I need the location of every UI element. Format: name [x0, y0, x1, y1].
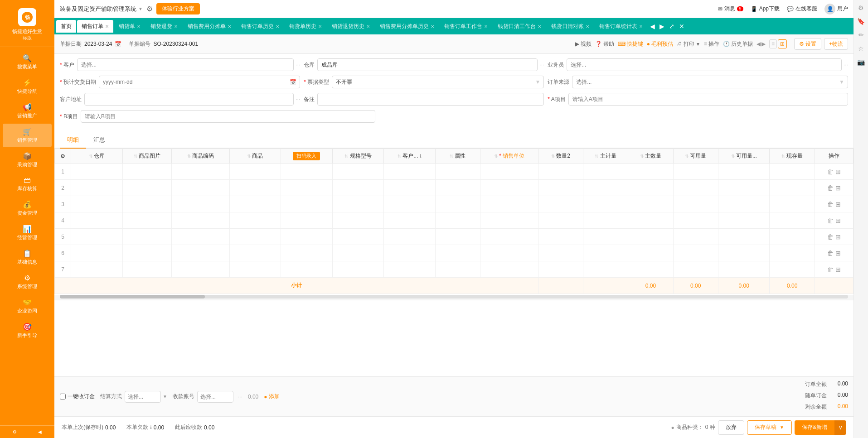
cell-product-code-2[interactable]: [171, 180, 229, 196]
cell-customer-attr-5[interactable]: [384, 229, 436, 245]
cell-main-qty-6[interactable]: [628, 245, 673, 261]
cell-warehouse-1[interactable]: [71, 164, 123, 180]
b-project-input[interactable]: [81, 110, 375, 123]
prev-record-btn[interactable]: ◀: [756, 41, 761, 47]
one-click-checkout-label[interactable]: 一键收订金: [60, 393, 95, 400]
warehouse-input[interactable]: [317, 58, 538, 71]
ticket-type-dropdown-icon[interactable]: ▼: [535, 79, 540, 85]
copy-btn[interactable]: ⊞: [835, 217, 841, 224]
cell-spec-3[interactable]: [332, 196, 384, 212]
cell-warehouse-2[interactable]: [71, 180, 123, 196]
cell-product-3[interactable]: [229, 196, 281, 212]
th-spec[interactable]: ⇅ 规格型号: [332, 149, 384, 164]
tab-expand-btn[interactable]: ⤢: [667, 22, 676, 31]
ticket-type-input[interactable]: [332, 76, 544, 88]
list-view-btn[interactable]: ≡: [769, 39, 777, 48]
cell-available2-6[interactable]: [718, 245, 770, 261]
tab-sales-credit-history[interactable]: 销货单历史 ✕: [285, 20, 326, 33]
cell-customer-attr-6[interactable]: [384, 245, 436, 261]
th-available[interactable]: ⇅ 可用量: [673, 149, 718, 164]
tab-home[interactable]: 首页: [56, 20, 76, 33]
sidebar-item-search[interactable]: 🔍 搜索菜单: [3, 50, 52, 74]
cell-main-unit-6[interactable]: [583, 245, 628, 261]
cell-main-qty-3[interactable]: [628, 196, 673, 212]
tab-close-icon[interactable]: ✕: [174, 24, 178, 29]
cell-main-qty-1[interactable]: [628, 164, 673, 180]
cell-qty2-2[interactable]: [538, 180, 583, 196]
right-settings-btn[interactable]: ⚙: [855, 2, 867, 14]
cell-product-img-4[interactable]: [122, 212, 171, 229]
cell-main-qty-7[interactable]: [628, 261, 673, 278]
cell-product-code-3[interactable]: [171, 196, 229, 212]
delete-btn[interactable]: 🗑: [827, 217, 834, 224]
cell-main-unit-7[interactable]: [583, 261, 628, 278]
discard-btn[interactable]: 放弃: [718, 420, 744, 435]
cell-available-6[interactable]: [673, 245, 718, 261]
cell-unit-1[interactable]: [480, 164, 538, 180]
sidebar-item-sales[interactable]: 🛒 销售管理: [3, 124, 52, 147]
cell-scan-7[interactable]: [281, 261, 333, 278]
right-scan-btn[interactable]: 📷: [855, 56, 867, 68]
scrollbar-track[interactable]: [60, 295, 848, 298]
save-new-arrow-btn[interactable]: ∨: [834, 420, 846, 435]
cell-product-img-5[interactable]: [122, 229, 171, 245]
operation-btn[interactable]: ≡ 操作: [704, 40, 719, 48]
profit-btn[interactable]: ● 毛利预估: [647, 40, 673, 48]
cell-stock-4[interactable]: [770, 212, 815, 229]
cell-attribute-3[interactable]: [435, 196, 480, 212]
cell-customer-attr-3[interactable]: [384, 196, 436, 212]
cell-unit-2[interactable]: [480, 180, 538, 196]
tab-sales-order-workbench[interactable]: 销售订单工作台 ✕: [440, 20, 492, 33]
settings-icon[interactable]: ⚙: [146, 5, 153, 13]
delete-btn[interactable]: 🗑: [827, 233, 834, 241]
cell-main-qty-5[interactable]: [628, 229, 673, 245]
th-gear[interactable]: ⚙: [55, 149, 71, 164]
online-service-btn[interactable]: 💬 在线客服: [787, 5, 817, 13]
right-star-btn[interactable]: ☆: [855, 43, 867, 54]
cell-attribute-1[interactable]: [435, 164, 480, 180]
tab-sales-expense-history[interactable]: 销售费用分摊单历史 ✕: [375, 20, 439, 33]
cell-main-unit-5[interactable]: [583, 229, 628, 245]
cell-product-img-1[interactable]: [122, 164, 171, 180]
cell-product-7[interactable]: [229, 261, 281, 278]
app-download-btn[interactable]: 📱 App下载: [751, 5, 780, 13]
cell-stock-6[interactable]: [770, 245, 815, 261]
tab-close-all-btn[interactable]: ✕: [677, 22, 686, 31]
cell-customer-attr-4[interactable]: [384, 212, 436, 229]
sidebar-item-guide[interactable]: 🎯 新手引导: [3, 319, 52, 342]
copy-btn[interactable]: ⊞: [835, 201, 841, 208]
tab-ar-reconcile[interactable]: 钱货日清对账 ✕: [547, 20, 594, 33]
sidebar-settings-btn[interactable]: ⚙: [13, 429, 17, 434]
cell-scan-1[interactable]: [281, 164, 333, 180]
cell-product-4[interactable]: [229, 212, 281, 229]
cell-stock-3[interactable]: [770, 196, 815, 212]
save-new-main-btn[interactable]: 保存&新增: [795, 420, 834, 435]
cell-available-1[interactable]: [673, 164, 718, 180]
cell-product-code-5[interactable]: [171, 229, 229, 245]
cell-attribute-5[interactable]: [435, 229, 480, 245]
cell-warehouse-7[interactable]: [71, 261, 123, 278]
one-click-checkout-checkbox[interactable]: [60, 394, 66, 399]
cell-stock-5[interactable]: [770, 229, 815, 245]
cell-scan-4[interactable]: [281, 212, 333, 229]
warehouse-more-icon[interactable]: ···: [539, 62, 544, 68]
tab-sales-return[interactable]: 销货退货 ✕: [146, 20, 182, 33]
order-source-input[interactable]: [572, 76, 848, 88]
cell-available2-4[interactable]: [718, 212, 770, 229]
calendar-icon[interactable]: 📅: [115, 41, 121, 47]
sidebar-item-finance[interactable]: 💰 资金管理: [3, 197, 52, 220]
print-btn[interactable]: 🖨 打印 ▼: [677, 40, 700, 48]
sidebar-item-inventory[interactable]: 🗃 库存核算: [3, 173, 52, 196]
save-draft-dropdown-icon[interactable]: ▼: [780, 425, 784, 430]
sidebar-item-quick-nav[interactable]: ⚡ 快捷导航: [3, 75, 52, 98]
cell-available-4[interactable]: [673, 212, 718, 229]
tab-sales-return-history[interactable]: 销货退货历史 ✕: [327, 20, 374, 33]
sidebar-item-base-info[interactable]: 📋 基础信息: [3, 245, 52, 269]
cell-available-7[interactable]: [673, 261, 718, 278]
user-btn[interactable]: 👤 用户: [824, 4, 848, 14]
tab-close-icon[interactable]: ✕: [586, 24, 589, 29]
cell-attribute-4[interactable]: [435, 212, 480, 229]
tab-close-icon[interactable]: ✕: [484, 24, 488, 29]
th-product[interactable]: ⇅ 商品: [229, 149, 281, 164]
sidebar-item-operations[interactable]: 📊 经营管理: [3, 221, 52, 245]
